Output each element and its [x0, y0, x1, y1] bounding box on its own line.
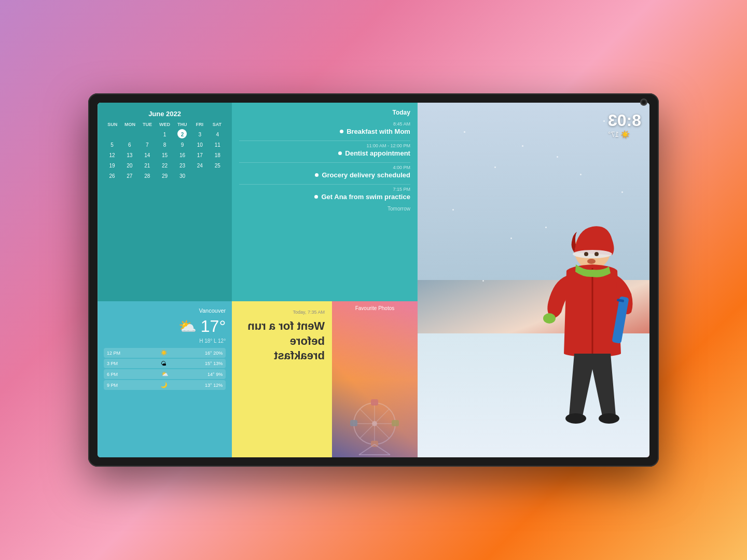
forecast-icon-0: ☀️ [160, 349, 168, 356]
cal-day [195, 171, 204, 180]
svg-point-21 [584, 252, 588, 256]
forecast-row: 12 PM ☀️ 16° 20% [104, 348, 226, 358]
forecast-temp-0: 16° 20% [205, 351, 223, 356]
cal-day[interactable]: 9 [177, 139, 187, 149]
svg-point-23 [587, 259, 596, 264]
cal-day [107, 129, 117, 138]
clock-sun-icon: ☀️ [621, 130, 630, 138]
events-header: Today [239, 109, 410, 116]
cal-day[interactable]: 24 [195, 160, 204, 170]
cal-day[interactable]: 14 [143, 150, 152, 159]
event-title-4: Get Ana from swim practice [239, 193, 410, 201]
weather-temp: 17° [201, 317, 226, 336]
weather-main: ⛅ 17° [104, 317, 226, 336]
cal-day[interactable]: 8 [160, 139, 170, 149]
forecast-time-0: 12 PM [107, 351, 122, 356]
cal-day[interactable]: 3 [195, 129, 204, 138]
photo-widget-bottom: Favourite Photos [332, 301, 418, 457]
top-row: June 2022 SUN MON TUE WED THU FRI SAT [98, 103, 418, 301]
cal-day[interactable]: 12 [107, 150, 117, 159]
forecast-icon-1: 🌤 [161, 360, 167, 367]
weather-city: Vancouver [104, 307, 226, 314]
svg-point-19 [599, 413, 619, 424]
forecast-icon-3: 🌙 [160, 382, 168, 388]
cal-header-sat: SAT [209, 122, 226, 127]
clock-overlay: 8:03 ☀️ 17° [608, 111, 641, 139]
cal-day[interactable]: 26 [107, 171, 117, 180]
event-item-4: 7:15 PM Get Ana from swim practice [239, 187, 410, 201]
cal-day[interactable]: 11 [213, 139, 222, 149]
cal-day[interactable]: 25 [213, 160, 222, 170]
event-time-3: 4:00 PM [239, 165, 410, 170]
cal-day[interactable]: 29 [160, 171, 170, 180]
event-time-4: 7:15 PM [239, 187, 410, 192]
event-dot-3 [315, 173, 319, 177]
forecast-row: 6 PM ⛅ 14° 9% [104, 369, 226, 379]
event-dot-2 [338, 151, 342, 155]
cal-day[interactable]: 13 [125, 150, 134, 159]
cal-day[interactable]: 4 [213, 129, 222, 138]
event-item-2: 11:00 AM - 12:00 PM Dentist appointment [239, 143, 410, 157]
cal-day[interactable]: 20 [125, 160, 134, 170]
screen: June 2022 SUN MON TUE WED THU FRI SAT [98, 103, 649, 457]
events-widget: Today 8:45 AM Breakfast with Mom 11:00 A… [232, 103, 418, 301]
cal-day[interactable]: 18 [213, 150, 222, 159]
forecast-temp-3: 13° 12% [205, 383, 223, 388]
weather-forecast: 12 PM ☀️ 16° 20% 3 PM 🌤 15° 13% 6 PM ⛅ 1… [104, 348, 226, 390]
cal-day[interactable]: 30 [177, 171, 187, 180]
cal-header-thu: THU [173, 122, 191, 127]
svg-point-22 [594, 252, 599, 256]
forecast-row: 3 PM 🌤 15° 13% [104, 359, 226, 368]
forecast-time-2: 6 PM [107, 372, 122, 377]
cal-day[interactable]: 17 [195, 150, 204, 159]
cal-day[interactable]: 19 [107, 160, 117, 170]
event-item-1: 8:45 AM Breakfast with Mom [239, 121, 410, 135]
clock-time: 8:03 [608, 111, 641, 130]
cal-header-mon: MON [121, 122, 139, 127]
cal-day[interactable]: 6 [125, 139, 134, 149]
clock-weather-display: ☀️ 17° [608, 130, 641, 138]
cal-day[interactable]: 2 [177, 129, 187, 138]
cal-day[interactable]: 7 [143, 139, 152, 149]
child-figure [535, 208, 639, 457]
weather-sun-cloud-icon: ⛅ [178, 318, 197, 335]
forecast-time-3: 9 PM [107, 383, 122, 388]
cal-day[interactable]: 5 [107, 139, 117, 149]
event-time-2: 11:00 AM - 12:00 PM [239, 143, 410, 148]
forecast-temp-2: 14° 9% [208, 372, 223, 377]
cal-day[interactable]: 28 [143, 171, 152, 180]
svg-point-14 [573, 250, 612, 258]
note-widget: Today, 7:35 AM Went for a run before bre… [232, 301, 332, 457]
cal-header-wed: WED [156, 122, 174, 127]
cal-day [125, 129, 134, 138]
camera-icon [640, 99, 647, 106]
note-header: Today, 7:35 AM [239, 310, 325, 315]
cal-header-sun: SUN [104, 122, 121, 127]
calendar-widget: June 2022 SUN MON TUE WED THU FRI SAT [98, 103, 232, 301]
tomorrow-label: Tomorrow [239, 206, 410, 212]
cal-day[interactable]: 23 [177, 160, 187, 170]
forecast-time-1: 3 PM [107, 361, 122, 366]
photo-widget-label: Favourite Photos [332, 305, 418, 311]
cal-day[interactable]: 10 [195, 139, 204, 149]
bottom-row: Vancouver ⛅ 17° H 18° L 12° 12 PM ☀️ 16°… [98, 301, 418, 457]
calendar-title: June 2022 [104, 110, 226, 118]
cal-day[interactable]: 21 [143, 160, 152, 170]
event-title-3: Grocery delivery scheduled [239, 171, 410, 179]
weather-hi-lo: H 18° L 12° [104, 338, 226, 344]
event-title-1: Breakfast with Mom [239, 128, 410, 135]
cal-day[interactable]: 15 [160, 150, 170, 159]
cal-day[interactable]: 1 [160, 129, 170, 138]
event-title-2: Dentist appointment [239, 149, 410, 157]
cal-day [143, 129, 152, 138]
forecast-row: 9 PM 🌙 13° 12% [104, 380, 226, 390]
cal-day[interactable]: 22 [160, 160, 170, 170]
cal-day[interactable]: 16 [177, 150, 187, 159]
calendar-grid: SUN MON TUE WED THU FRI SAT 123456789101… [104, 122, 226, 180]
event-item-3: 4:00 PM Grocery delivery scheduled [239, 165, 410, 179]
calendar-body: 1234567891011121314151617181920212223242… [104, 129, 226, 180]
device-frame: June 2022 SUN MON TUE WED THU FRI SAT [88, 93, 659, 467]
cal-day[interactable]: 27 [125, 171, 134, 180]
cal-header-tue: TUE [139, 122, 156, 127]
svg-point-18 [565, 413, 586, 424]
